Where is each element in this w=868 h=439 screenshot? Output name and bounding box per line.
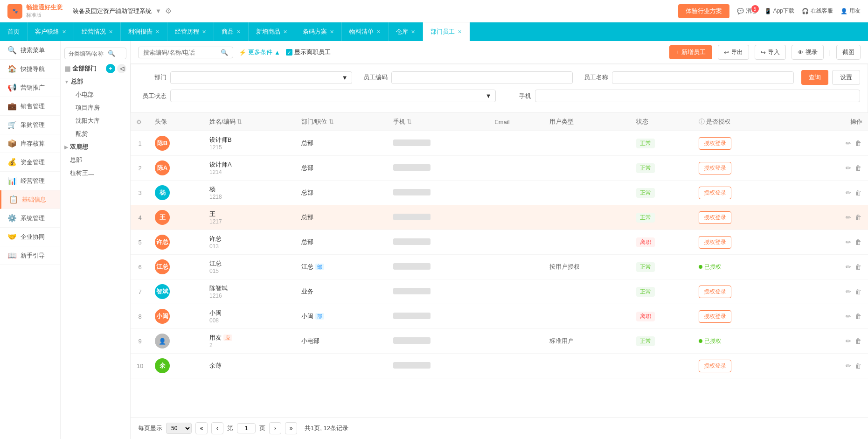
dept-select[interactable]: ▼	[170, 71, 352, 84]
auth-btn[interactable]: 授权登录	[699, 236, 731, 249]
sidebar-item-快捷导航[interactable]: 🏠快捷导航	[0, 60, 60, 78]
add-employee-btn[interactable]: + 新增员工	[669, 45, 712, 59]
tab-close-icon[interactable]: ✕	[202, 29, 206, 35]
online-service-btn[interactable]: 🎧 在线客服	[802, 7, 833, 15]
th-phone[interactable]: 手机 ⇅	[388, 113, 489, 131]
title-chevron[interactable]: ▼	[155, 7, 161, 14]
phone-input[interactable]	[535, 90, 861, 102]
auth-btn[interactable]: 授权登录	[699, 211, 731, 224]
sidebar-item-基础信息[interactable]: 📋基础信息	[0, 190, 60, 209]
delete-btn[interactable]: 🗑	[854, 336, 862, 346]
tab-close-icon[interactable]: ✕	[236, 29, 241, 35]
prev-page-btn[interactable]: ‹	[211, 422, 223, 434]
delete-btn[interactable]: 🗑	[854, 163, 862, 173]
delete-btn[interactable]: 🗑	[854, 213, 862, 222]
nav-tab-客户联络[interactable]: 客户联络✕	[28, 22, 74, 41]
table-settings-icon[interactable]: ⚙	[136, 118, 142, 125]
nav-tab-商品[interactable]: 商品✕	[214, 22, 249, 41]
export-btn[interactable]: ↩ 导出	[718, 45, 749, 60]
dept-item-ph[interactable]: 配货	[61, 127, 130, 140]
nav-tab-部门员工[interactable]: 部门员工✕	[423, 22, 470, 41]
emp-code-input[interactable]	[391, 71, 573, 84]
search-input[interactable]	[143, 49, 218, 56]
nav-tab-物料清单[interactable]: 物料清单✕	[342, 22, 389, 41]
auth-btn[interactable]: 授权登录	[699, 286, 731, 298]
nav-tab-首页[interactable]: 首页	[0, 22, 28, 41]
auth-btn[interactable]: 授权登录	[699, 360, 731, 372]
sidebar-item-库存核算[interactable]: 📦库存核算	[0, 134, 60, 153]
nav-tab-新增商品[interactable]: 新增商品✕	[249, 22, 295, 41]
page-size-select[interactable]: 50 100 200	[166, 423, 192, 434]
tab-close-icon[interactable]: ✕	[411, 29, 415, 35]
import-btn[interactable]: ↪ 导入	[755, 45, 786, 60]
delete-btn[interactable]: 🗑	[854, 237, 862, 247]
sidebar-item-资金管理[interactable]: 💰资金管理	[0, 153, 60, 172]
dept-search-icon[interactable]: 🔍	[108, 50, 115, 57]
edit-btn[interactable]: ✏	[845, 237, 852, 247]
dept-collapse-icon[interactable]: ◁	[117, 64, 126, 73]
next-page-btn[interactable]: ›	[269, 422, 281, 434]
settings-icon[interactable]: ⚙	[165, 7, 172, 15]
edit-btn[interactable]: ✏	[845, 163, 852, 173]
app-download-btn[interactable]: 📱 App下载	[764, 7, 794, 15]
auth-btn[interactable]: 授权登录	[699, 310, 731, 323]
nav-tab-经营情况[interactable]: 经营情况✕	[74, 22, 121, 41]
tab-close-icon[interactable]: ✕	[109, 29, 113, 35]
edit-btn[interactable]: ✏	[845, 361, 852, 370]
tab-close-icon[interactable]: ✕	[458, 29, 462, 35]
auth-btn[interactable]: 授权登录	[699, 187, 731, 199]
more-conditions-btn[interactable]: ⚡ 更多条件 ▲	[239, 48, 280, 56]
edit-btn[interactable]: ✏	[845, 336, 852, 346]
sidebar-item-采购管理[interactable]: 🛒采购管理	[0, 116, 60, 134]
tab-close-icon[interactable]: ✕	[62, 29, 66, 35]
delete-btn[interactable]: 🗑	[854, 287, 862, 296]
show-inactive-checkbox[interactable]: ✓ 显示离职员工	[286, 48, 331, 56]
dept-group-zb[interactable]: ▼ 总部	[61, 75, 130, 88]
emp-status-select[interactable]: ▼	[170, 90, 496, 102]
sidebar-item-经营管理[interactable]: 📊经营管理	[0, 172, 60, 190]
dept-item-xmkf[interactable]: 项目库房	[61, 101, 130, 114]
delete-btn[interactable]: 🗑	[854, 139, 862, 148]
nav-tab-经营历程[interactable]: 经营历程✕	[167, 22, 214, 41]
nav-tab-仓库[interactable]: 仓库✕	[389, 22, 423, 41]
edit-btn[interactable]: ✏	[845, 188, 852, 197]
delete-btn[interactable]: 🗑	[854, 312, 862, 321]
tab-close-icon[interactable]: ✕	[155, 29, 160, 35]
more-btn[interactable]: 截图	[836, 45, 861, 60]
view-btn[interactable]: 👁 视录	[792, 45, 824, 60]
message-btn[interactable]: 💬 消息 5	[737, 7, 757, 15]
dept-item-zb2[interactable]: 总部	[61, 153, 130, 167]
edit-btn[interactable]: ✏	[845, 213, 852, 222]
edit-btn[interactable]: ✏	[845, 262, 852, 272]
sidebar-item-营销推广[interactable]: 📢营销推广	[0, 78, 60, 97]
dept-add-icon[interactable]: +	[106, 64, 115, 73]
emp-name-input[interactable]	[612, 71, 794, 84]
dept-group-sl[interactable]: ▶ 双鹿想	[61, 140, 130, 153]
query-btn[interactable]: 查询	[801, 70, 828, 85]
sidebar-item-企业协同[interactable]: 🤝企业协同	[0, 228, 60, 246]
delete-btn[interactable]: 🗑	[854, 262, 862, 272]
sidebar-item-搜索菜单[interactable]: 🔍搜索菜单	[0, 41, 60, 60]
nav-tab-条码方案[interactable]: 条码方案✕	[295, 22, 342, 41]
th-name[interactable]: 姓名/编码 ⇅	[204, 113, 296, 131]
page-input[interactable]	[237, 423, 256, 433]
edit-btn[interactable]: ✏	[845, 139, 852, 148]
sidebar-item-销售管理[interactable]: 💼销售管理	[0, 97, 60, 116]
th-dept[interactable]: 部门/职位 ⇅	[296, 113, 388, 131]
filter-setting-btn[interactable]: 设置	[832, 70, 860, 85]
edit-btn[interactable]: ✏	[845, 312, 852, 321]
delete-btn[interactable]: 🗑	[854, 361, 862, 370]
dept-item-zswz[interactable]: 植树王二	[61, 167, 130, 180]
auth-btn[interactable]: 授权登录	[699, 137, 731, 150]
delete-btn[interactable]: 🗑	[854, 188, 862, 197]
sidebar-item-新手引导[interactable]: 📖新手引导	[0, 246, 60, 265]
user-btn[interactable]: 👤 用友	[840, 7, 861, 15]
first-page-btn[interactable]: «	[195, 422, 208, 434]
tab-close-icon[interactable]: ✕	[283, 29, 287, 35]
nav-tab-利润报告[interactable]: 利润报告✕	[121, 22, 167, 41]
trial-button[interactable]: 体验行业方案	[678, 4, 729, 18]
last-page-btn[interactable]: »	[285, 422, 297, 434]
tab-close-icon[interactable]: ✕	[376, 29, 381, 35]
tab-close-icon[interactable]: ✕	[330, 29, 334, 35]
edit-btn[interactable]: ✏	[845, 287, 852, 296]
